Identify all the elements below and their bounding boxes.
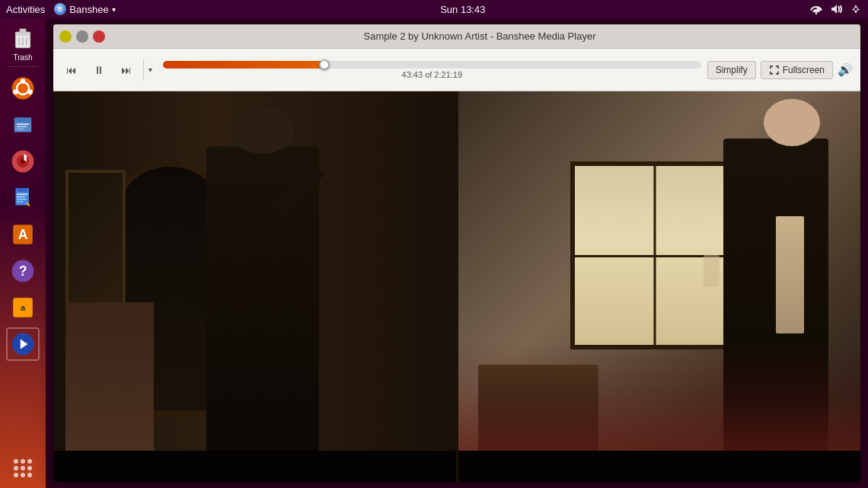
svg-rect-14	[17, 129, 24, 130]
svg-text:?: ?	[19, 263, 27, 279]
show-apps-button[interactable]	[6, 451, 40, 485]
scene-left	[53, 91, 456, 482]
grid-icon	[14, 459, 32, 477]
prev-button[interactable]: ⏮	[61, 59, 82, 81]
left-figure-head	[231, 107, 295, 155]
svg-rect-19	[17, 188, 27, 192]
svg-rect-12	[17, 123, 29, 125]
app-name-label: Banshee	[69, 4, 108, 15]
svg-point-8	[13, 90, 18, 94]
right-figure-shirt	[776, 216, 804, 333]
app-dropdown-icon: ▾	[112, 5, 116, 14]
clock: Sun 13:43	[125, 4, 801, 15]
svg-text:a: a	[21, 303, 26, 312]
progress-area: 43:43 of 2:21:19	[163, 61, 701, 79]
close-button[interactable]	[93, 30, 105, 43]
video-area[interactable]	[53, 91, 860, 482]
taskbar: Trash	[0, 18, 46, 488]
player-controls: ⏮ ⏸ ⏭ ▾ 43:43 of 2:21:19 Simplify	[53, 49, 860, 91]
top-bar: Activities B Banshee ▾ Sun 13:43	[0, 0, 868, 18]
window-controls	[59, 30, 105, 43]
svg-rect-22	[17, 199, 27, 200]
left-chair	[65, 302, 154, 451]
next-button[interactable]: ⏭	[116, 59, 137, 81]
scene-right	[458, 91, 861, 482]
window-titlebar: Sample 2 by Unknown Artist - Banshee Med…	[53, 24, 860, 49]
banshee-app-icon: B	[54, 3, 66, 15]
minimize-button[interactable]	[59, 30, 72, 43]
play-pause-button[interactable]: ⏸	[88, 59, 110, 81]
font-icon[interactable]: A	[6, 218, 40, 251]
volume-status-icon[interactable]	[830, 3, 842, 15]
trash-icon[interactable]	[6, 21, 40, 55]
svg-point-7	[21, 78, 25, 83]
svg-rect-1	[15, 32, 30, 36]
taskbar-trash[interactable]: Trash	[6, 21, 40, 62]
system-tray	[810, 3, 862, 15]
right-controls: Simplify Fullscreen 🔊	[707, 61, 853, 79]
svg-rect-21	[17, 196, 25, 198]
svg-rect-11	[14, 117, 31, 122]
amazon-icon[interactable]: a	[6, 291, 40, 324]
system-menu-icon[interactable]	[850, 3, 862, 15]
letterbox-bottom-left	[53, 451, 456, 482]
progress-thumb[interactable]	[319, 59, 330, 70]
activities-label[interactable]: Activities	[6, 4, 45, 15]
svg-rect-20	[17, 193, 27, 195]
music-icon[interactable]	[6, 145, 40, 178]
window-title: Sample 2 by Unknown Artist - Banshee Med…	[105, 30, 854, 42]
maximize-button[interactable]	[76, 30, 88, 43]
progress-time: 43:43 of 2:21:19	[402, 70, 463, 79]
right-figure-glass	[704, 255, 720, 286]
letterbox-bottom-right	[458, 451, 861, 482]
wifi-icon[interactable]	[810, 3, 822, 15]
video-scene	[53, 91, 860, 482]
main-area: Trash	[0, 18, 868, 488]
volume-button[interactable]: 🔊	[838, 62, 853, 77]
files-icon[interactable]	[6, 108, 40, 142]
next-dropdown-button[interactable]: ▾	[143, 59, 157, 81]
help-icon[interactable]: ?	[6, 254, 40, 288]
progress-bar-fill	[163, 61, 324, 69]
svg-text:A: A	[18, 227, 28, 242]
right-rug	[458, 341, 861, 451]
ubuntu-icon[interactable]	[6, 72, 40, 105]
app-window: Sample 2 by Unknown Artist - Banshee Med…	[53, 24, 860, 482]
app-menu[interactable]: B Banshee ▾	[54, 3, 115, 15]
fullscreen-icon	[769, 65, 780, 75]
banshee-taskbar-icon[interactable]	[6, 327, 40, 361]
progress-bar[interactable]	[163, 61, 701, 69]
svg-rect-23	[17, 201, 23, 203]
svg-rect-13	[17, 126, 27, 128]
fullscreen-button[interactable]: Fullscreen	[761, 61, 833, 79]
svg-point-9	[27, 90, 32, 94]
right-figure-head	[764, 99, 820, 146]
writer-icon[interactable]	[6, 181, 40, 215]
simplify-button[interactable]: Simplify	[707, 61, 756, 79]
taskbar-separator-1	[8, 66, 38, 67]
fullscreen-label: Fullscreen	[783, 65, 825, 75]
